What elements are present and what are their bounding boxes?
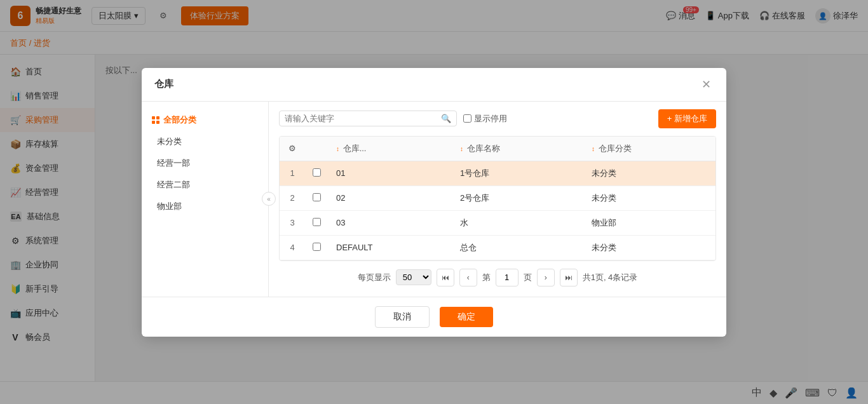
show-disabled-label: 显示停用 — [474, 113, 507, 125]
all-categories-btn[interactable]: 全部分类 — [142, 109, 268, 131]
table-row[interactable]: 1 01 1号仓库 未分类 — [280, 161, 715, 185]
modal-title: 仓库 — [154, 78, 173, 90]
page-number-input[interactable] — [496, 269, 519, 286]
pagination: 每页显示 50 20 100 ⏮ ‹ 第 页 › ⏭ 共1页, 4条记录 — [279, 261, 716, 289]
table-row[interactable]: 3 03 水 物业部 — [280, 210, 715, 235]
search-box: 🔍 — [279, 111, 457, 126]
col-settings: ⚙ — [280, 137, 305, 161]
row-cb-2[interactable] — [305, 185, 329, 210]
page-size-select[interactable]: 50 20 100 — [396, 269, 431, 285]
row-category-3: 物业部 — [584, 210, 715, 235]
row-name-1: 1号仓库 — [452, 161, 584, 185]
row-cb-3[interactable] — [305, 210, 329, 235]
modal-footer: 取消 确定 — [142, 297, 726, 337]
row-name-4: 总仓 — [452, 235, 584, 260]
row-code-4: DEFAULT — [329, 235, 452, 260]
modal-close-button[interactable]: ✕ — [698, 77, 714, 92]
modal-body: 全部分类 未分类 经营一部 经营二部 物业部 « 🔍 — [142, 102, 726, 297]
all-categories-label: 全部分类 — [163, 114, 196, 126]
row-num-1: 1 — [280, 161, 305, 185]
show-disabled-input[interactable] — [463, 114, 471, 123]
sort-icon-name: ↕ — [460, 145, 463, 152]
col-name-label: 仓库名称 — [467, 144, 500, 153]
add-warehouse-button[interactable]: + 新增仓库 — [658, 109, 716, 128]
modal-overlay: 仓库 ✕ 全部分类 未分类 经营一部 经营二部 物业部 — [0, 0, 868, 404]
table-row[interactable]: 2 02 2号仓库 未分类 — [280, 185, 715, 210]
first-page-btn[interactable]: ⏮ — [437, 269, 454, 286]
prev-page-btn[interactable]: ‹ — [459, 269, 477, 286]
table-toolbar: 🔍 显示停用 + 新增仓库 — [279, 109, 716, 128]
category-panel: 全部分类 未分类 经营一部 经营二部 物业部 « — [142, 102, 269, 297]
row-category-2: 未分类 — [584, 185, 715, 210]
row-code-1: 01 — [329, 161, 452, 185]
row-num-2: 2 — [280, 185, 305, 210]
row-num-3: 3 — [280, 210, 305, 235]
last-page-btn[interactable]: ⏭ — [560, 269, 578, 286]
total-info: 共1页, 4条记录 — [583, 272, 638, 283]
row-cb-4[interactable] — [305, 235, 329, 260]
page-suffix: 页 — [524, 272, 532, 283]
col-name[interactable]: ↕ 仓库名称 — [452, 137, 584, 161]
row-num-4: 4 — [280, 235, 305, 260]
page-label: 第 — [482, 272, 491, 283]
sort-icon-code: ↕ — [336, 145, 339, 152]
col-code[interactable]: ↕ 仓库... — [329, 137, 452, 161]
table-row[interactable]: 4 DEFAULT 总仓 未分类 — [280, 235, 715, 260]
settings-col-icon: ⚙ — [288, 144, 296, 153]
row-cb-1[interactable] — [305, 161, 329, 185]
row-code-3: 03 — [329, 210, 452, 235]
row-name-2: 2号仓库 — [452, 185, 584, 210]
category-item-ops1[interactable]: 经营一部 — [142, 152, 268, 174]
search-icon[interactable]: 🔍 — [441, 114, 451, 123]
grid-icon — [152, 116, 159, 124]
show-disabled-checkbox[interactable]: 显示停用 — [463, 113, 507, 125]
row-code-2: 02 — [329, 185, 452, 210]
next-page-btn[interactable]: › — [537, 269, 555, 286]
category-item-ops2[interactable]: 经营二部 — [142, 174, 268, 196]
sort-icon-category: ↕ — [592, 145, 595, 152]
category-item-property[interactable]: 物业部 — [142, 196, 268, 217]
modal-header: 仓库 ✕ — [142, 68, 726, 102]
col-code-label: 仓库... — [343, 144, 367, 153]
search-input[interactable] — [285, 114, 437, 123]
table-panel: 🔍 显示停用 + 新增仓库 ⚙ — [269, 102, 726, 297]
per-page-label: 每页显示 — [358, 272, 391, 283]
col-category[interactable]: ↕ 仓库分类 — [584, 137, 715, 161]
collapse-panel-btn[interactable]: « — [262, 192, 276, 206]
col-category-label: 仓库分类 — [599, 144, 632, 153]
cancel-button[interactable]: 取消 — [375, 306, 430, 328]
category-item-uncategorized[interactable]: 未分类 — [142, 131, 268, 152]
row-category-1: 未分类 — [584, 161, 715, 185]
confirm-button[interactable]: 确定 — [440, 307, 493, 327]
col-checkbox — [305, 137, 329, 161]
warehouse-modal: 仓库 ✕ 全部分类 未分类 经营一部 经营二部 物业部 — [142, 68, 726, 337]
table-body: 1 01 1号仓库 未分类 2 02 2号仓库 — [280, 161, 715, 260]
table-element: ⚙ ↕ 仓库... ↕ 仓库名称 — [280, 137, 715, 260]
warehouse-table: ⚙ ↕ 仓库... ↕ 仓库名称 — [279, 136, 716, 261]
table-header-row: ⚙ ↕ 仓库... ↕ 仓库名称 — [280, 137, 715, 161]
row-name-3: 水 — [452, 210, 584, 235]
row-category-4: 未分类 — [584, 235, 715, 260]
